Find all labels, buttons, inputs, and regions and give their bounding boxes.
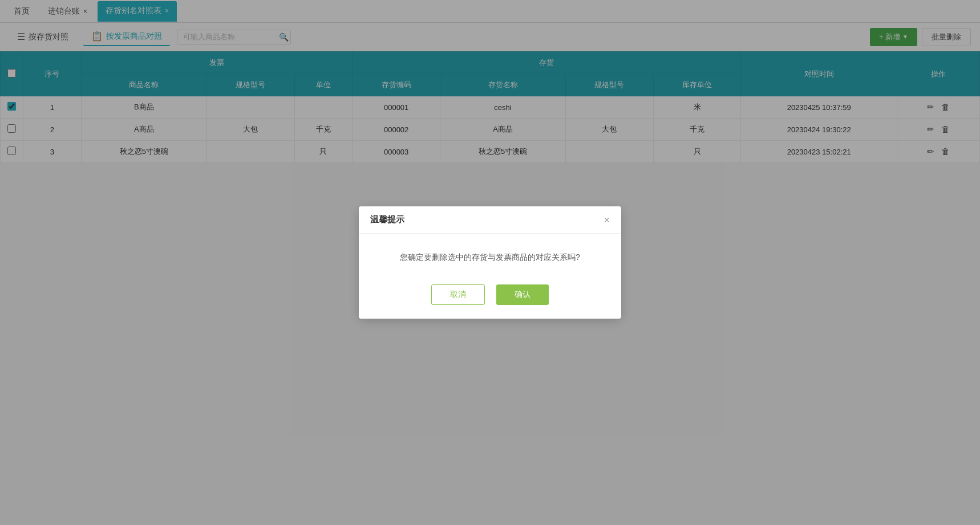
modal-header: 温馨提示 × bbox=[359, 206, 621, 234]
modal-message: 您确定要删除选中的存货与发票商品的对应关系吗? bbox=[400, 253, 580, 262]
modal-dialog: 温馨提示 × 您确定要删除选中的存货与发票商品的对应关系吗? 取消 确认 bbox=[359, 206, 621, 318]
btn-confirm[interactable]: 确认 bbox=[496, 284, 549, 305]
modal-title: 温馨提示 bbox=[370, 214, 404, 225]
main-content: ☰ 按存货对照 📋 按发票商品对照 🔍 + 新增 ▼ 批量删除 bbox=[0, 23, 980, 525]
modal-overlay[interactable]: 温馨提示 × 您确定要删除选中的存货与发票商品的对应关系吗? 取消 确认 bbox=[0, 0, 980, 525]
modal-footer: 取消 确认 bbox=[359, 275, 621, 319]
btn-cancel[interactable]: 取消 bbox=[431, 284, 485, 305]
modal-close-icon[interactable]: × bbox=[604, 215, 610, 225]
modal-body: 您确定要删除选中的存货与发票商品的对应关系吗? bbox=[359, 234, 621, 275]
